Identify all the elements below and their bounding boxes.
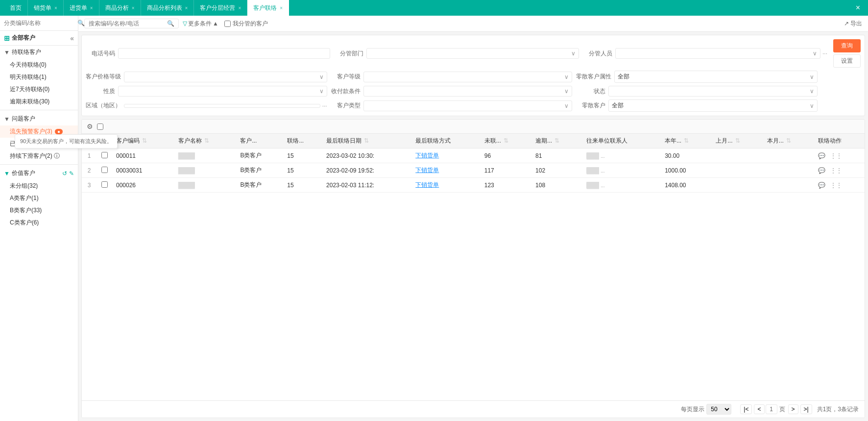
per-page-select[interactable]: 50 20 100 — [706, 404, 731, 415]
row-checkbox-0[interactable] — [96, 149, 112, 163]
tab-home[interactable]: 首页 — [4, 0, 28, 16]
dept-select[interactable]: ∨ — [366, 48, 579, 59]
row-last-date-0: 2023-03-02 10:30: — [322, 149, 411, 163]
col-name-label: 客户名称 — [178, 137, 202, 144]
sidebar-item-class-b[interactable]: B类客户(33) — [0, 204, 78, 217]
tab-purchase-close[interactable]: × — [90, 5, 93, 11]
sidebar-item-today[interactable]: 今天待联络(0) — [0, 59, 78, 71]
col-last-month[interactable]: 上月... ⇅ — [712, 134, 763, 149]
first-page-button[interactable]: |< — [740, 404, 752, 414]
gender-select[interactable]: ∨ — [118, 86, 327, 97]
page-number: 1 — [770, 406, 773, 413]
zero-attr-select[interactable]: 全部 ∨ — [614, 71, 818, 83]
tab-analysis-list-close[interactable]: × — [185, 5, 188, 11]
zero-customer-arrow: ∨ — [810, 102, 814, 109]
filter-row-3: 性质 ∨ 收付款条件 ∨ 状态 — [86, 86, 861, 97]
query-button[interactable]: 查询 — [833, 39, 861, 52]
more-icon-0[interactable]: ⋮⋮ — [830, 152, 842, 159]
tab-customer-contact-close[interactable]: × — [280, 5, 283, 11]
next-page-button[interactable]: > — [788, 404, 798, 414]
sidebar-section-problem[interactable]: ▼ 问题客户 — [0, 112, 78, 125]
table-scroll[interactable]: 客户编码 ⇅ 客户名称 ⇅ 客户... 联络... 最后联络日期 — [82, 134, 865, 400]
col-this-year[interactable]: 本年... ⇅ — [661, 134, 712, 149]
customer-type-select[interactable]: ∨ — [363, 100, 573, 111]
col-no-contact[interactable]: 未联... ⇅ — [481, 134, 531, 149]
sidebar-section-pending[interactable]: ▼ 待联络客户 — [0, 46, 78, 59]
sidebar-item-class-a[interactable]: A类客户(1) — [0, 192, 78, 204]
my-customers-check[interactable] — [224, 21, 231, 27]
row-last-way-2[interactable]: 下销货单 — [411, 178, 481, 193]
row-no-contact-2: 123 — [481, 178, 531, 193]
tab-analysis-list[interactable]: 商品分析列表 × — [141, 0, 194, 16]
region-select[interactable] — [124, 104, 320, 108]
col-last-date[interactable]: 最后联络日期 ⇅ — [322, 134, 411, 149]
chat-icon-0[interactable]: 💬 — [818, 152, 825, 159]
row-last-way-1[interactable]: 下销货单 — [411, 163, 481, 178]
refresh-icon[interactable]: ↺ — [62, 170, 67, 177]
tab-bar: 首页 销货单 × 进货单 × 商品分析 × 商品分析列表 × 客户分层经营 × … — [0, 0, 868, 16]
row-checkbox-1[interactable] — [96, 163, 112, 178]
more-conditions-button[interactable]: ▽ 更多条件 ▲ — [183, 20, 218, 28]
my-customers-label: 我分管的客户 — [233, 20, 268, 28]
table-settings-icon[interactable]: ⚙ — [87, 123, 93, 130]
row-name-2: ████ — [174, 178, 237, 193]
select-all-checkbox[interactable] — [97, 124, 103, 130]
row-name-0: ████ — [174, 149, 237, 163]
filter-customer-level: 客户等级 ∨ — [331, 72, 573, 82]
tab-analysis[interactable]: 商品分析 × — [99, 0, 141, 16]
chat-icon-1[interactable]: 💬 — [818, 167, 825, 174]
search-button[interactable]: 🔍 — [167, 20, 174, 27]
tab-analysis-close[interactable]: × — [132, 5, 135, 11]
sidebar-collapse-button[interactable]: « — [70, 34, 74, 42]
region-more[interactable]: ··· — [322, 102, 327, 109]
col-overdue[interactable]: 逾期... ⇅ — [531, 134, 582, 149]
tab-sales-close[interactable]: × — [54, 5, 57, 11]
status-select[interactable]: ∨ — [608, 86, 818, 97]
row-last-way-0[interactable]: 下销货单 — [411, 149, 481, 163]
chat-icon-2[interactable]: 💬 — [818, 182, 825, 189]
more-icon-1[interactable]: ⋮⋮ — [830, 167, 842, 174]
tab-purchase[interactable]: 进货单 × — [64, 0, 99, 16]
manager-more[interactable]: ··· — [822, 50, 827, 57]
col-this-month[interactable]: 本月... ⇅ — [763, 134, 814, 149]
close-all-button[interactable]: × — [852, 3, 864, 12]
edit-icon[interactable]: ✎ — [69, 170, 74, 177]
my-customers-checkbox[interactable]: 我分管的客户 — [224, 20, 268, 28]
tab-customer-layer[interactable]: 客户分层经营 × — [194, 0, 247, 16]
col-code-label: 客户编码 — [116, 137, 140, 144]
row-contact-1: 15 — [283, 163, 322, 178]
tab-customer-contact[interactable]: 客户联络 × — [247, 0, 289, 16]
sidebar-item-ungroup[interactable]: 未分组(32) — [0, 180, 78, 192]
sidebar-item-tomorrow[interactable]: 明天待联络(1) — [0, 71, 78, 83]
search-input[interactable] — [89, 20, 167, 27]
export-icon: ↗ — [844, 20, 849, 27]
more-conditions-label: 更多条件 — [188, 20, 212, 28]
sidebar-search-input[interactable] — [4, 20, 77, 26]
prev-page-button[interactable]: < — [754, 404, 764, 414]
sidebar-item-class-c[interactable]: C类客户(6) — [0, 217, 78, 229]
customer-level-select[interactable]: ∨ — [363, 72, 573, 82]
row-checkbox-2[interactable] — [96, 178, 112, 193]
payment-select[interactable]: ∨ — [363, 86, 573, 97]
col-name[interactable]: 客户名称 ⇅ — [174, 134, 237, 149]
sidebar-item-overdue[interactable]: 逾期未联络(30) — [0, 96, 78, 108]
last-page-button[interactable]: >| — [800, 404, 812, 414]
more-icon-2[interactable]: ⋮⋮ — [830, 182, 842, 189]
col-code[interactable]: 客户编码 ⇅ — [112, 134, 174, 149]
sidebar-item-declining[interactable]: 持续下滑客户(2) ⓘ — [0, 150, 78, 162]
tab-customer-layer-close[interactable]: × — [238, 5, 241, 11]
price-level-select[interactable]: ∨ — [124, 72, 327, 82]
sidebar-section-value[interactable]: ▼ 价值客户 ↺ ✎ — [0, 167, 78, 180]
phone-input[interactable] — [118, 48, 330, 59]
export-button[interactable]: ↗ 导出 — [844, 20, 862, 28]
manager-select[interactable]: ∨ — [615, 48, 820, 59]
filter-dept: 分管部门 ∨ — [334, 48, 579, 59]
customer-type-arrow: ∨ — [564, 102, 569, 109]
tab-sales[interactable]: 销货单 × — [28, 0, 64, 16]
sidebar-item-7days[interactable]: 近7天待联络(0) — [0, 83, 78, 96]
zero-customer-select[interactable]: 全部 ∨ — [608, 99, 818, 112]
customer-type-label: 客户类型 — [331, 101, 361, 110]
price-level-label: 客户价格等级 — [86, 73, 121, 81]
row-no-contact-0: 96 — [481, 149, 531, 163]
settings-button[interactable]: 设置 — [833, 54, 861, 68]
